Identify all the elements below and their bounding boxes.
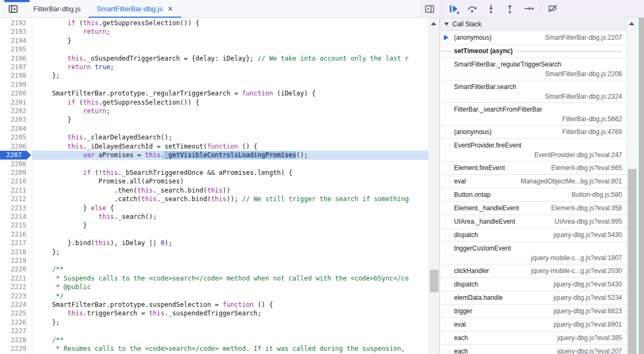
line-number[interactable]: 2207	[0, 151, 32, 159]
line-number[interactable]: 2209	[0, 168, 32, 177]
code-text[interactable]: }	[32, 36, 440, 45]
call-stack-frame[interactable]: eachjquery-dbg.js?eval:385	[440, 331, 626, 345]
line-number[interactable]: 2197	[0, 63, 32, 71]
call-stack-frame[interactable]: SmartFilterBar.searchSmartFilterBar-dbg.…	[440, 80, 626, 103]
call-stack-scrollbar[interactable]	[626, 18, 638, 354]
code-text[interactable]	[32, 230, 440, 239]
call-stack-frame[interactable]: dispatchjquery-dbg.js?eval:5430	[440, 228, 626, 242]
line-number[interactable]: 2210	[0, 177, 32, 186]
call-stack-frame[interactable]: (anonymous)SmartFilterBar-dbg.js:2207	[440, 31, 626, 45]
line-number[interactable]: 2215	[0, 221, 32, 230]
call-stack-frame[interactable]: Button.ontapButton-dbg.js:580	[440, 188, 626, 202]
code-text[interactable]: };	[32, 318, 440, 327]
toggle-debugger-sidebar-icon[interactable]	[422, 2, 436, 15]
call-stack-frame[interactable]: eachjquery-dbg.js?eval:207	[440, 345, 626, 354]
line-number[interactable]: 2214	[0, 212, 32, 221]
code-text[interactable]: SmartFilterBar.prototype.suspendSelectio…	[32, 300, 440, 309]
line-number[interactable]: 2200	[0, 89, 32, 98]
tab-filterbar-dbg[interactable]: FilterBar-dbg.js	[25, 0, 89, 18]
line-number[interactable]: 2206	[0, 142, 32, 151]
scroll-up-arrow-icon[interactable]	[431, 22, 436, 25]
resume-script-execution-icon[interactable]	[447, 2, 460, 15]
call-stack-frame[interactable]: triggerCustomEventjquery-mobile-c...g.js…	[440, 242, 626, 264]
step-into-icon[interactable]	[484, 2, 498, 15]
line-number[interactable]: 2229	[0, 344, 32, 353]
code-text[interactable]: };	[32, 248, 440, 256]
step-out-icon[interactable]	[503, 2, 517, 15]
code-text[interactable]	[32, 160, 440, 168]
code-text[interactable]: this._clearDelayedSearch();	[32, 133, 440, 142]
line-number[interactable]: 2218	[0, 248, 32, 256]
call-stack-frame[interactable]: SmartFilterBar._regularTriggerSearchSmar…	[440, 58, 626, 80]
code-text[interactable]: }	[32, 115, 440, 124]
code-text[interactable]: */	[32, 292, 440, 300]
call-stack-frame[interactable]: dispatchjquery-dbg.js?eval:5430	[440, 278, 626, 291]
scrollbar-thumb[interactable]	[430, 270, 438, 292]
code-text[interactable]: var aPromises = this._getVisibleControls…	[32, 151, 440, 159]
code-text[interactable]: Promise.all(aPromises)	[32, 177, 440, 186]
line-number[interactable]: 2199	[0, 80, 32, 89]
code-text[interactable]	[32, 327, 440, 335]
line-number[interactable]: 2220	[0, 265, 32, 274]
call-stack-frame[interactable]: FilterBar._searchFromFilterBarFilterBar-…	[440, 103, 626, 126]
line-number[interactable]: 2226	[0, 318, 32, 327]
line-number[interactable]: 2196	[0, 54, 32, 63]
collapse-caret-icon[interactable]	[444, 23, 449, 26]
deactivate-breakpoints-icon[interactable]	[546, 2, 560, 15]
line-number[interactable]: 2224	[0, 300, 32, 309]
line-number[interactable]: 2212	[0, 195, 32, 203]
call-stack-frame[interactable]: evaljquery-dbg.js?eval:8901	[440, 318, 626, 331]
line-number[interactable]: 2202	[0, 107, 32, 115]
code-text[interactable]	[32, 45, 440, 54]
call-stack-frame[interactable]: EventProvider.fireEventEventProvider-dbg…	[440, 139, 626, 161]
call-stack-header[interactable]: Call Stack	[440, 18, 626, 31]
code-text[interactable]: if (this.getSuppressSelection()) {	[32, 98, 440, 107]
line-number[interactable]: 2195	[0, 45, 32, 54]
code-text[interactable]	[32, 124, 440, 133]
editor-scrollbar[interactable]	[428, 18, 440, 354]
code-text[interactable]: if (this.getSuppressSelection()) {	[32, 19, 440, 27]
code-text[interactable]	[32, 80, 440, 89]
line-number[interactable]: 2221	[0, 274, 32, 283]
code-text[interactable]: .then(this._search.bind(this))	[32, 186, 440, 195]
line-number[interactable]: 2198	[0, 71, 32, 80]
line-number[interactable]: 2203	[0, 115, 32, 124]
code-text[interactable]	[32, 256, 440, 265]
line-number[interactable]: 2219	[0, 256, 32, 265]
call-stack-frame[interactable]: (anonymous)FilterBar-dbg.js:4769	[440, 126, 626, 139]
close-tab-icon[interactable]: ✕	[167, 5, 173, 12]
line-number[interactable]: 2227	[0, 327, 32, 335]
call-stack-frame[interactable]: UIArea._handleEventUIArea-dbg.js?eval:99…	[440, 215, 626, 228]
call-stack-frame[interactable]: clickHandlerjquery-mobile-c...g.js?eval:…	[440, 264, 626, 278]
code-text[interactable]: * @public	[32, 283, 440, 291]
line-number[interactable]: 2225	[0, 309, 32, 318]
code-text[interactable]: }.bind(this), iDelay || 0);	[32, 239, 440, 247]
line-number[interactable]: 2228	[0, 336, 32, 344]
code-text[interactable]: }	[32, 221, 440, 230]
line-number[interactable]: 2211	[0, 186, 32, 195]
code-text[interactable]: /**	[32, 265, 440, 274]
line-number[interactable]: 2205	[0, 133, 32, 142]
call-stack-frame[interactable]: Element._handleEventElement-dbg.js?eval:…	[440, 202, 626, 215]
line-number[interactable]: 2193	[0, 27, 32, 36]
line-number[interactable]: 2223	[0, 292, 32, 300]
call-stack-frame[interactable]: elemData.handlejquery-dbg.js?eval:5234	[440, 291, 626, 305]
code-text[interactable]: this._iDelayedSearchId = setTimeout(func…	[32, 142, 440, 151]
code-text[interactable]: /**	[32, 336, 440, 344]
line-number[interactable]: 2208	[0, 160, 32, 168]
code-text[interactable]: };	[32, 71, 440, 80]
code-text[interactable]: if (!this._bSearchTriggeredOnce && aProm…	[32, 168, 440, 177]
show-navigator-icon[interactable]	[6, 2, 20, 15]
call-stack-frame[interactable]: evalManagedObjectMe...bg.js?eval:801	[440, 175, 626, 188]
code-text[interactable]: } else {	[32, 204, 440, 212]
code-text[interactable]: * Resumes calls to the <code>search</cod…	[32, 344, 440, 353]
step-over-icon[interactable]	[465, 2, 479, 15]
code-text[interactable]: this._search();	[32, 212, 440, 221]
tab-smartfilterbar-dbg[interactable]: SmartFilterBar-dbg.js ✕	[89, 0, 181, 18]
code-text[interactable]: return true;	[32, 63, 440, 71]
code-text[interactable]: SmartFilterBar.prototype._regularTrigger…	[32, 89, 440, 98]
line-number[interactable]: 2192	[0, 19, 32, 27]
line-number[interactable]: 2216	[0, 230, 32, 239]
code-text[interactable]: return;	[32, 107, 440, 115]
line-number[interactable]: 2222	[0, 283, 32, 291]
